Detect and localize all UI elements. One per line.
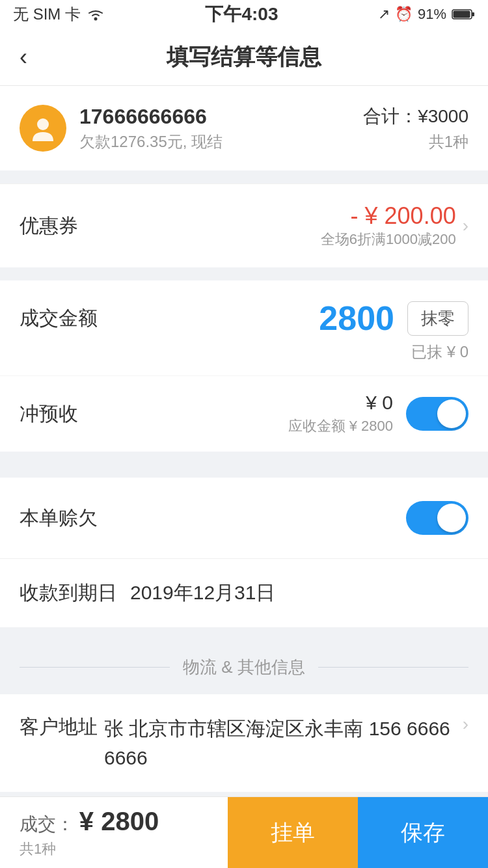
avatar: [20, 105, 66, 152]
svg-point-4: [37, 118, 49, 130]
address-row[interactable]: 客户地址 张 北京市市辖区海淀区永丰南 156 6666 6666 ›: [0, 694, 488, 792]
prereceive-toggle[interactable]: [406, 397, 468, 431]
save-button[interactable]: 保存: [358, 797, 488, 869]
svg-point-0: [94, 18, 98, 21]
svg-rect-3: [453, 11, 470, 18]
amount-value: 2800: [319, 299, 394, 338]
separator-2: [0, 452, 488, 465]
coupon-label: 优惠券: [20, 213, 78, 239]
bottom-deal-label: 成交：: [20, 814, 74, 834]
battery-status: 91%: [418, 6, 446, 23]
bottom-bar: 成交： ¥ 2800 共1种 挂单 保存: [0, 796, 488, 868]
duedate-row: 收款到期日 2019年12月31日: [0, 558, 488, 627]
prereceive-amount-block: ¥ 0 应收金额 ¥ 2800: [288, 392, 393, 436]
customer-info-card: 17666666666 欠款1276.35元, 现结 合计：¥3000 共1种: [0, 86, 488, 170]
debt-toggle[interactable]: [406, 501, 468, 535]
avatar-icon: [29, 114, 57, 142]
debt-label: 本单赊欠: [20, 505, 98, 532]
content-area: 17666666666 欠款1276.35元, 现结 合计：¥3000 共1种 …: [0, 86, 488, 868]
sim-status: 无 SIM 卡: [13, 4, 81, 25]
customer-total-value: 合计：¥3000: [363, 104, 468, 129]
location-icon: ↗: [378, 6, 390, 23]
alarm-icon: ⏰: [395, 6, 413, 23]
amount-right: 2800 抹零: [319, 299, 468, 338]
bottom-deal-amount: ¥ 2800: [79, 807, 159, 835]
divider-line-right: [318, 667, 468, 668]
wifi-icon: [86, 8, 105, 21]
customer-phone: 17666666666: [79, 105, 223, 129]
separator-1: [0, 267, 488, 280]
customer-count: 共1种: [363, 131, 468, 152]
customer-sub: 欠款1276.35元, 现结: [79, 131, 223, 152]
logistics-divider: 物流 & 其他信息: [0, 640, 488, 694]
address-chevron-icon: ›: [463, 714, 468, 735]
prereceive-toggle-thumb: [437, 400, 466, 428]
amount-label: 成交金额: [20, 305, 98, 332]
status-bar: 无 SIM 卡 下午4:03 ↗ ⏰ 91%: [0, 0, 488, 29]
debt-toggle-thumb: [437, 504, 466, 532]
round-button[interactable]: 抹零: [407, 301, 468, 336]
prereceive-amount: ¥ 0: [288, 392, 393, 414]
prereceive-row: 冲预收 ¥ 0 应收金额 ¥ 2800: [0, 375, 488, 452]
customer-total: 合计：¥3000 共1种: [363, 104, 468, 152]
battery-icon: [452, 8, 475, 20]
debt-row: 本单赊欠: [0, 478, 488, 558]
bottom-summary: 成交： ¥ 2800 共1种: [0, 807, 228, 859]
coupon-discount: - ¥ 200.00: [321, 202, 456, 230]
total-value: ¥3000: [418, 106, 468, 126]
svg-rect-2: [472, 12, 474, 16]
coupon-chevron-icon: ›: [463, 215, 468, 236]
hold-button[interactable]: 挂单: [228, 797, 358, 869]
prereceive-label: 冲预收: [20, 401, 78, 427]
page-title: 填写结算等信息: [167, 42, 321, 72]
duedate-value: 2019年12月31日: [130, 580, 275, 606]
status-left: 无 SIM 卡: [13, 4, 105, 25]
duedate-label: 收款到期日: [20, 580, 117, 606]
separator-3: [0, 627, 488, 640]
address-label: 客户地址: [20, 714, 98, 740]
customer-left: 17666666666 欠款1276.35元, 现结: [20, 105, 223, 152]
bottom-deal-line: 成交： ¥ 2800: [20, 807, 228, 837]
amount-row: 成交金额 2800 抹零: [0, 280, 488, 338]
coupon-row[interactable]: 优惠券 - ¥ 200.00 全场6折满1000减200 ›: [0, 183, 488, 267]
prereceive-sub: 应收金额 ¥ 2800: [288, 416, 393, 436]
coupon-description: 全场6折满1000减200: [321, 230, 456, 249]
nav-bar: ‹ 填写结算等信息: [0, 29, 488, 86]
prereceive-right: ¥ 0 应收金额 ¥ 2800: [288, 392, 468, 436]
coupon-right-block: - ¥ 200.00 全场6折满1000减200: [321, 202, 456, 249]
back-button[interactable]: ‹: [20, 44, 27, 71]
bottom-count: 共1种: [20, 839, 228, 859]
coupon-right: - ¥ 200.00 全场6折满1000减200 ›: [321, 202, 468, 249]
address-value: 张 北京市市辖区海淀区永丰南 156 6666 6666: [98, 714, 463, 772]
status-right: ↗ ⏰ 91%: [378, 6, 475, 23]
status-time: 下午4:03: [205, 2, 278, 27]
customer-info: 17666666666 欠款1276.35元, 现结: [79, 105, 223, 152]
logistics-divider-text: 物流 & 其他信息: [170, 656, 318, 679]
divider-line-left: [20, 667, 170, 668]
form-section: 成交金额 2800 抹零 已抹 ¥ 0 冲预收 ¥ 0 应收金额 ¥ 2800: [0, 280, 488, 452]
total-label: 合计：: [363, 106, 418, 126]
amount-sub: 已抹 ¥ 0: [0, 338, 488, 375]
